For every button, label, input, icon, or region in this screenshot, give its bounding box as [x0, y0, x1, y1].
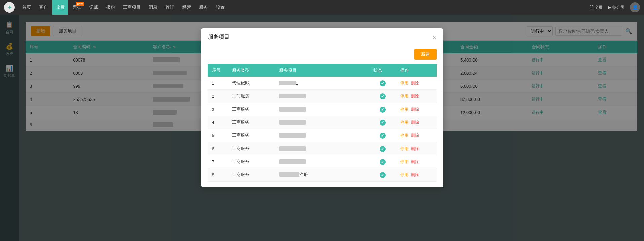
nav-item-invoice[interactable]: 票据 new: [69, 0, 85, 15]
top-navigation: ✦ 首页 客户 收费 票据 new 记账 报税 工商项目 消息 管理 经营 服务…: [0, 0, 644, 15]
nav-item-bizproject[interactable]: 工商项目: [120, 0, 144, 15]
nav-item-service[interactable]: 服务: [196, 0, 211, 15]
delete-button[interactable]: 删除: [411, 107, 419, 112]
list-item: 4工商服务████████✔停用删除: [208, 116, 437, 129]
nav-item-manage[interactable]: 管理: [162, 0, 178, 15]
new-badge: new: [76, 2, 84, 6]
dialog-header: 服务项目 ×: [201, 28, 443, 45]
dialog-close-button[interactable]: ×: [433, 34, 437, 40]
active-status-icon: ✔: [380, 93, 386, 99]
active-status-icon: ✔: [380, 120, 386, 126]
nav-item-settings[interactable]: 设置: [213, 0, 228, 15]
active-status-icon: ✔: [380, 159, 386, 165]
active-status-icon: ✔: [380, 133, 386, 139]
nav-item-home[interactable]: 首页: [19, 0, 34, 15]
dialog-toolbar: 新建: [201, 45, 443, 64]
delete-button[interactable]: 删除: [411, 93, 419, 99]
delete-button[interactable]: 删除: [411, 133, 419, 138]
list-item: 5工商服务████████✔停用删除: [208, 129, 437, 142]
active-status-icon: ✔: [380, 146, 386, 152]
service-item-dialog: 服务项目 × 新建 序号 服务类型 服务项目 状态 操作 1代理记账████1✔…: [201, 28, 443, 187]
user-avatar[interactable]: 👤: [630, 2, 640, 12]
dcol-item: 服务项目: [275, 64, 369, 77]
list-item: 6工商服务████████✔停用删除: [208, 142, 437, 155]
stop-button[interactable]: 停用: [400, 172, 408, 178]
stop-button[interactable]: 停用: [400, 133, 408, 138]
nav-item-tax[interactable]: 报税: [103, 0, 118, 15]
active-status-icon: ✔: [380, 172, 386, 178]
member-button[interactable]: ▶ 畅会员: [608, 5, 624, 10]
nav-item-customer[interactable]: 客户: [36, 0, 51, 15]
list-item: 3工商服务████████✔停用删除: [208, 103, 437, 116]
delete-button[interactable]: 删除: [411, 159, 419, 165]
service-items-table: 序号 服务类型 服务项目 状态 操作 1代理记账████1✔停用删除2工商服务█…: [208, 64, 437, 182]
list-item: 2工商服务████████✔停用删除: [208, 90, 437, 103]
fullscreen-button[interactable]: ⛶ 全屏: [589, 5, 603, 10]
list-item: 7工商服务████████✔停用删除: [208, 155, 437, 168]
active-status-icon: ✔: [380, 107, 386, 113]
fullscreen-icon: ⛶: [589, 5, 593, 10]
stop-button[interactable]: 停用: [400, 107, 408, 112]
stop-button[interactable]: 停用: [400, 146, 408, 152]
delete-button[interactable]: 删除: [411, 172, 419, 178]
stop-button[interactable]: 停用: [400, 120, 408, 125]
nav-item-operation[interactable]: 经营: [179, 0, 194, 15]
stop-button[interactable]: 停用: [400, 93, 408, 99]
delete-button[interactable]: 删除: [411, 120, 419, 125]
dialog-title: 服务项目: [208, 34, 229, 41]
member-icon: ▶: [608, 5, 611, 10]
stop-button[interactable]: 停用: [400, 159, 408, 165]
nav-item-message[interactable]: 消息: [145, 0, 161, 15]
nav-right-section: ⛶ 全屏 ▶ 畅会员 👤: [589, 2, 640, 12]
stop-button[interactable]: 停用: [400, 80, 408, 86]
dialog-new-button[interactable]: 新建: [414, 49, 437, 60]
nav-item-fee[interactable]: 收费: [52, 0, 68, 15]
list-item: 8工商服务████注册✔停用删除: [208, 168, 437, 182]
modal-overlay: 服务项目 × 新建 序号 服务类型 服务项目 状态 操作 1代理记账████1✔…: [0, 15, 644, 241]
dialog-body: 序号 服务类型 服务项目 状态 操作 1代理记账████1✔停用删除2工商服务█…: [201, 64, 443, 187]
nav-item-bookkeeping[interactable]: 记账: [86, 0, 102, 15]
delete-button[interactable]: 删除: [411, 80, 419, 86]
app-logo: ✦: [4, 2, 15, 13]
dcol-type: 服务类型: [228, 64, 275, 77]
list-item: 1代理记账████1✔停用删除: [208, 77, 437, 90]
delete-button[interactable]: 删除: [411, 146, 419, 152]
active-status-icon: ✔: [380, 80, 386, 86]
dcol-status: 状态: [369, 64, 396, 77]
dcol-seq: 序号: [208, 64, 228, 77]
dcol-action: 操作: [396, 64, 437, 77]
